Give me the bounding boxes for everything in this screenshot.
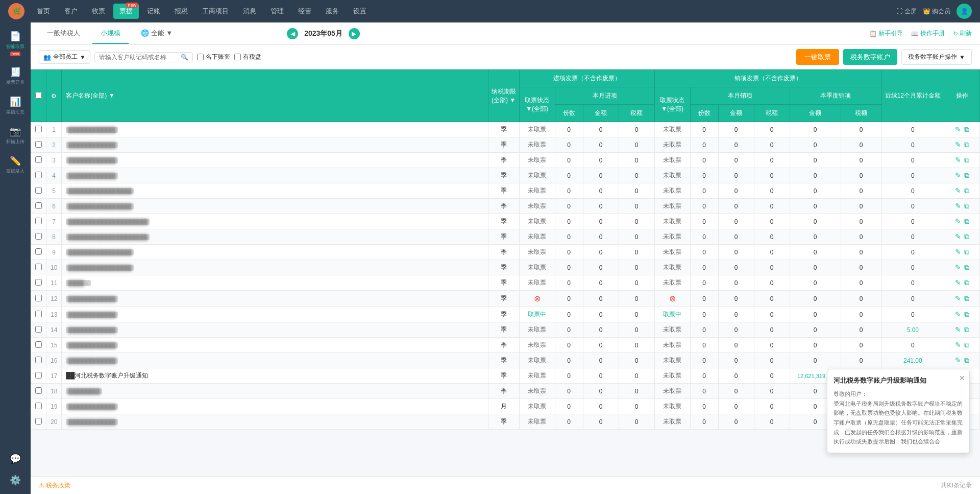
row-out-status[interactable]: 未取票 [654,168,690,183]
row-out-status[interactable]: 取票中 [654,307,690,322]
row-checkbox[interactable] [31,275,46,291]
date-prev-arrow[interactable]: ◀ [287,28,298,39]
nav-ticket[interactable]: 票据 new [113,4,139,19]
row-select-checkbox[interactable] [35,341,42,348]
user-avatar[interactable]: 👤 [957,4,972,19]
row-in-status[interactable]: 未取票 [519,399,555,414]
row-checkbox[interactable] [31,399,46,414]
tax-digital-ops-button[interactable]: 税务数字账户操作 ▼ [901,49,972,65]
row-out-status[interactable]: 未取票 [654,183,690,199]
row-customer-name[interactable]: ████████████ [62,307,488,322]
row-checkbox[interactable] [31,260,46,275]
row-customer-name[interactable]: ████████████ [62,338,488,353]
copy-icon[interactable]: ⧉ [964,356,969,365]
row-select-checkbox[interactable] [35,202,42,209]
row-select-checkbox[interactable] [35,156,42,163]
nav-operation[interactable]: 经营 [292,4,317,19]
row-in-status[interactable]: 未取票 [519,275,555,291]
row-select-checkbox[interactable] [35,326,42,333]
row-customer-name[interactable]: ████████████████ [62,199,488,214]
notification-close-btn[interactable]: ✕ [959,372,965,384]
sidebar-item-smart-ticket[interactable]: 📄 智能取票 new [1,27,30,60]
row-checkbox[interactable] [31,322,46,338]
row-out-status[interactable]: ⊗ [654,291,690,307]
row-checkbox[interactable] [31,122,46,137]
row-checkbox[interactable] [31,384,46,399]
row-select-checkbox[interactable] [35,248,42,255]
row-in-status[interactable]: 未取票 [519,353,555,368]
nav-receive-ticket[interactable]: 收票 [86,4,111,19]
th-in-status[interactable]: 取票状态▼(全部) [519,87,555,122]
row-in-status[interactable]: 未取票 [519,368,555,384]
edit-icon[interactable]: ✎ [955,310,961,319]
edit-icon[interactable]: ✎ [955,263,961,272]
row-in-status[interactable]: 未取票 [519,137,555,153]
copy-icon[interactable]: ⧉ [964,341,969,349]
nav-tax[interactable]: 报税 [168,4,194,19]
row-in-status[interactable]: 未取票 [519,183,555,199]
row-customer-name[interactable]: ████████████ [62,291,488,307]
edit-icon[interactable]: ✎ [955,140,961,149]
row-customer-name[interactable]: ████████████ [62,414,488,430]
row-select-checkbox[interactable] [35,418,42,425]
row-select-checkbox[interactable] [35,187,42,194]
checkbox-sub-accounts[interactable]: 名下账套 [197,53,230,61]
copy-icon[interactable]: ⧉ [964,186,969,195]
copy-icon[interactable]: ⧉ [964,171,969,180]
copy-icon[interactable]: ⧉ [964,248,969,256]
edit-icon[interactable]: ✎ [955,202,961,210]
sidebar-item-ticket-entry[interactable]: ✏️ 票据录入 [1,151,30,179]
row-out-status[interactable]: 未取票 [654,137,690,153]
row-select-checkbox[interactable] [35,403,42,409]
row-customer-name[interactable]: ████████████████████ [62,214,488,229]
edit-icon[interactable]: ✎ [955,156,961,164]
nav-message[interactable]: 消息 [237,4,262,19]
nav-business[interactable]: 工商项目 [196,4,235,19]
row-select-checkbox[interactable] [35,172,42,178]
edit-icon[interactable]: ✎ [955,248,961,256]
nav-manage[interactable]: 管理 [264,4,290,19]
row-select-checkbox[interactable] [35,279,42,286]
copy-icon[interactable]: ⧉ [964,156,969,164]
row-out-status[interactable]: 未取票 [654,338,690,353]
row-checkbox[interactable] [31,183,46,199]
row-out-status[interactable]: 未取票 [654,414,690,430]
th-customer-name[interactable]: 客户名称(全部) ▼ [62,70,488,122]
search-input[interactable] [99,54,181,61]
edit-icon[interactable]: ✎ [955,278,961,287]
row-checkbox[interactable] [31,214,46,229]
row-customer-name[interactable]: ████████████████ [62,245,488,260]
row-checkbox[interactable] [31,153,46,168]
copy-icon[interactable]: ⧉ [964,232,969,241]
row-in-status[interactable]: 取票中 [519,307,555,322]
row-select-checkbox[interactable] [35,357,42,363]
row-out-status[interactable]: 未取票 [654,214,690,229]
row-out-status[interactable]: 未取票 [654,199,690,214]
nav-accounting[interactable]: 记账 [141,4,166,19]
tax-digital-button[interactable]: 税务数字账户 [843,49,897,65]
th-out-status[interactable]: 取票状态▼(全部) [654,87,690,122]
row-in-status[interactable]: ⊗ [519,291,555,307]
copy-icon[interactable]: ⧉ [964,263,969,272]
nav-home[interactable]: 首页 [31,4,56,19]
fullscreen-btn[interactable]: ⛶ 全屏 [896,7,916,16]
manual-link[interactable]: 📖 操作手册 [911,29,945,38]
tab-all[interactable]: 🌐 全能 ▼ [133,23,181,44]
row-customer-name[interactable]: ████████████ [62,399,488,414]
row-in-status[interactable]: 未取票 [519,153,555,168]
tab-small-scale[interactable]: 小规模 [92,23,129,44]
row-select-checkbox[interactable] [35,387,42,394]
row-in-status[interactable]: 未取票 [519,260,555,275]
edit-icon[interactable]: ✎ [955,125,961,134]
new-guide-link[interactable]: 📋 新手引导 [869,29,903,38]
row-in-status[interactable]: 未取票 [519,168,555,183]
row-out-status[interactable]: 未取票 [654,122,690,137]
row-checkbox[interactable] [31,307,46,322]
nav-settings[interactable]: 设置 [347,4,373,19]
copy-icon[interactable]: ⧉ [964,278,969,287]
row-out-status[interactable]: 未取票 [654,245,690,260]
sidebar-item-invoice-open[interactable]: 🧾 发票开具 [1,62,30,90]
row-checkbox[interactable] [31,137,46,153]
row-in-status[interactable]: 未取票 [519,199,555,214]
edit-icon[interactable]: ✎ [955,356,961,365]
